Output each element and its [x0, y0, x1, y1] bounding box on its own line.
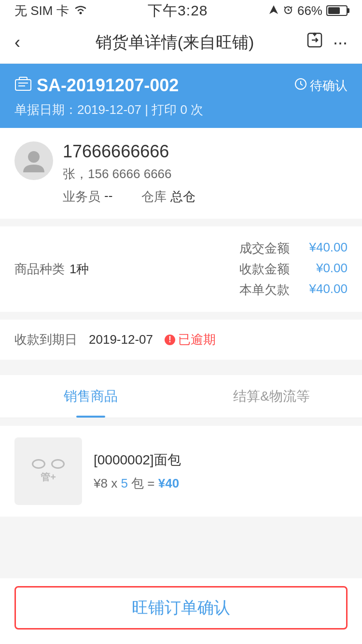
- product-price: ¥8: [94, 476, 108, 490]
- due-date-value: 2019-12-07: [89, 332, 153, 347]
- overdue-icon: !: [165, 335, 175, 345]
- svg-marker-1: [269, 5, 278, 14]
- customer-details: 17666666666 张，156 6666 6666 业务员 -- 仓库 总仓: [63, 141, 348, 205]
- due-date-label: 收款到期日: [14, 331, 77, 348]
- battery-percent: 66%: [297, 3, 322, 18]
- product-type-info: 商品种类 1种: [14, 240, 239, 298]
- order-header: SA-20191207-002 待确认 单据日期：2019-12-07 | 打印…: [0, 64, 362, 128]
- order-date: 单据日期：2019-12-07 | 打印 0 次: [14, 101, 348, 118]
- location-icon: [268, 3, 279, 18]
- product-type-label: 商品种类: [14, 261, 65, 278]
- salesperson-info: 业务员 --: [63, 188, 112, 205]
- product-placeholder-icon: 管+: [32, 459, 65, 484]
- customer-avatar: [14, 141, 53, 180]
- tab-sales-label: 销售商品: [64, 387, 118, 406]
- nav-actions: ···: [306, 31, 348, 53]
- owed-label: 本单欠款: [239, 281, 290, 298]
- tab-active-indicator: [76, 416, 105, 418]
- tabs-container: 销售商品 结算&物流等: [0, 375, 362, 418]
- received-value: ¥0.00: [299, 261, 348, 278]
- svg-point-0: [79, 12, 82, 14]
- product-card: 管+ [0000002]面包 ¥8 x 5 包 = ¥40: [0, 426, 362, 517]
- product-details: [0000002]面包 ¥8 x 5 包 = ¥40: [94, 451, 348, 492]
- warehouse-info: 仓库 总仓: [141, 188, 195, 205]
- alarm-icon: [283, 3, 293, 18]
- customer-phone: 17666666666: [63, 141, 348, 162]
- status-bar: 无 SIM 卡 下午3:28 66%: [0, 0, 362, 21]
- status-bar-time: 下午3:28: [148, 1, 208, 21]
- overdue-text: 已逾期: [178, 331, 216, 348]
- status-bar-right: 66%: [268, 3, 348, 18]
- clock-icon: [294, 78, 307, 94]
- share-icon[interactable]: [306, 31, 323, 53]
- back-button[interactable]: ‹: [14, 32, 43, 53]
- multiply-sign: x: [111, 476, 121, 490]
- received-label: 收款金额: [239, 261, 290, 278]
- svg-rect-4: [15, 80, 31, 90]
- more-icon[interactable]: ···: [333, 32, 348, 53]
- customer-card: 17666666666 张，156 6666 6666 业务员 -- 仓库 总仓: [0, 128, 362, 219]
- tab-settlement-label: 结算&物流等: [233, 387, 310, 406]
- amount-info: 成交金额 ¥40.00 收款金额 ¥0.00 本单欠款 ¥40.00: [239, 240, 348, 298]
- confirm-order-button[interactable]: 旺铺订单确认: [14, 586, 348, 630]
- salesperson-value: --: [104, 188, 112, 205]
- svg-point-8: [28, 151, 40, 163]
- carrier-label: 无 SIM 卡: [14, 2, 69, 19]
- tab-settlement[interactable]: 结算&物流等: [181, 375, 362, 418]
- tab-sales-products[interactable]: 销售商品: [0, 375, 181, 418]
- bottom-bar: 旺铺订单确认: [0, 578, 362, 644]
- product-quantity: 5: [121, 476, 127, 490]
- product-pricing: ¥8 x 5 包 = ¥40: [94, 475, 348, 492]
- nav-bar: ‹ 销货单详情(来自旺铺) ···: [0, 21, 362, 64]
- warehouse-value: 总仓: [170, 188, 195, 205]
- status-bar-left: 无 SIM 卡: [14, 2, 87, 19]
- battery-icon: [326, 5, 348, 16]
- wifi-icon: [74, 3, 87, 18]
- deal-amount-value: ¥40.00: [299, 240, 348, 257]
- order-icon: [14, 75, 32, 96]
- order-id: SA-20191207-002: [14, 75, 179, 96]
- salesperson-label: 业务员: [63, 188, 100, 205]
- product-type-value: 1种: [70, 261, 89, 278]
- warehouse-label: 仓库: [141, 188, 167, 205]
- product-image: 管+: [14, 437, 82, 505]
- product-name: [0000002]面包: [94, 451, 348, 469]
- overdue-badge: ! 已逾期: [165, 331, 216, 348]
- equals-sign: =: [147, 476, 158, 490]
- due-date-card: 收款到期日 2019-12-07 ! 已逾期: [0, 320, 362, 360]
- deal-amount-label: 成交金额: [239, 240, 290, 257]
- owed-value: ¥40.00: [299, 281, 348, 298]
- product-total: ¥40: [158, 476, 179, 490]
- page-title: 销货单详情(来自旺铺): [96, 31, 254, 54]
- order-summary-card: 商品种类 1种 成交金额 ¥40.00 收款金额 ¥0.00 本单欠款 ¥40.…: [0, 226, 362, 312]
- order-status: 待确认: [294, 77, 348, 94]
- customer-name: 张，156 6666 6666: [63, 166, 348, 182]
- product-unit: 包: [131, 476, 144, 490]
